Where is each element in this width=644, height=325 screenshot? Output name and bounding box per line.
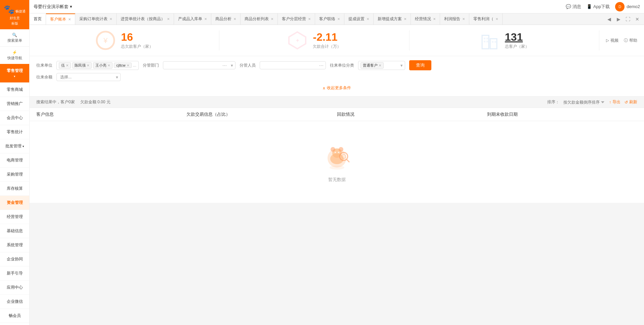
tag-remove-1[interactable]: ✕	[66, 64, 69, 67]
query-button[interactable]: 查询	[409, 60, 431, 70]
tab-fullscreen-btn[interactable]: ⛶	[624, 15, 632, 23]
person-filter-dots[interactable]: ⋯	[317, 63, 326, 68]
sidebar-item-app-center[interactable]: 应用中心	[0, 281, 29, 295]
tab-close-icon[interactable]: ✕	[433, 17, 436, 21]
tab-close-icon[interactable]: ✕	[233, 17, 236, 21]
empty-state: 暂无数据	[30, 121, 644, 203]
svg-point-13	[330, 166, 344, 170]
svg-rect-5	[490, 39, 497, 49]
tab-label: 提成设置	[348, 16, 364, 22]
message-btn[interactable]: 💬 消息	[566, 4, 581, 10]
tab-close-icon[interactable]: ✕	[337, 17, 340, 21]
tag-remove-4[interactable]: ✕	[127, 64, 129, 67]
sort-select[interactable]: 按欠款金额倒序排序	[563, 100, 605, 105]
sidebar-item-newcomer[interactable]: 新手引导	[0, 266, 29, 281]
person-input[interactable]	[260, 62, 317, 69]
dept-dropdown-icon[interactable]: ▾	[229, 63, 235, 68]
chevron-up-icon: ∧	[323, 86, 326, 91]
app-download-btn[interactable]: 📱 App下载	[587, 4, 610, 10]
tab-import-stats-product[interactable]: 进货单统计表（按商品） ✕	[117, 13, 174, 25]
sidebar-item-wholesale[interactable]: 批发管理▾	[0, 139, 29, 153]
filter-row-1: 往来单位 伍 ✕ 陈民强 ✕ 王小亮 ✕ cjttcw	[36, 60, 637, 70]
tab-retail-profit[interactable]: 零售利润（ ✕	[469, 13, 503, 25]
dept-filter-input[interactable]: ⋯ ▾	[163, 61, 235, 69]
sidebar-item-zero-retail[interactable]: 零售管理 ▾	[0, 64, 29, 83]
tab-tips-settings[interactable]: 提成设置 ✕	[344, 13, 374, 25]
tab-next-btn[interactable]: ▶	[614, 15, 622, 23]
sidebar-item-system[interactable]: 系统管理	[0, 238, 29, 252]
tab-close-icon[interactable]: ✕	[110, 17, 112, 21]
sidebar-search[interactable]: 🔍 搜索菜单	[0, 29, 29, 47]
total-customers2-value: 131	[505, 32, 529, 42]
account-name: 母婴行业演示帐套	[34, 4, 69, 10]
unit-class-tag-remove[interactable]: ✕	[379, 64, 381, 67]
dept-filter-dots[interactable]: ⋯	[220, 63, 229, 68]
tab-close-icon[interactable]: ✕	[204, 17, 207, 21]
tab-close-icon[interactable]: ✕	[496, 17, 498, 21]
collapse-filters-btn[interactable]: ∧ 收起更多条件	[318, 84, 355, 92]
results-info: 搜索结果中，客户0家 欠款金额 0.00 元	[36, 99, 111, 105]
filter-more-tags[interactable]: ...	[133, 63, 136, 68]
person-filter-input[interactable]: ⋯	[260, 61, 326, 69]
app-logo[interactable]: 🐾 畅捷通好生意标版	[0, 0, 29, 29]
tab-goods-analysis-list[interactable]: 商品分析列表 ✕	[241, 13, 278, 25]
sidebar-item-retail-mall[interactable]: 零售商城	[0, 83, 29, 97]
tag-remove-2[interactable]: ✕	[87, 64, 89, 67]
export-btn[interactable]: ↑ 导出	[609, 99, 620, 105]
tab-close-icon[interactable]: ✕	[167, 17, 170, 21]
sidebar-item-enterprise-collab[interactable]: 企业协同	[0, 252, 29, 266]
sidebar-item-vip[interactable]: 畅会员	[0, 309, 29, 323]
sidebar-item-member[interactable]: 会员中心	[0, 111, 29, 125]
tab-close-icon[interactable]: ✕	[367, 17, 369, 21]
tab-close-icon[interactable]: ✕	[462, 17, 465, 21]
tab-close-icon[interactable]: ✕	[308, 17, 311, 21]
stat-total-customers2: 131 总客户（家）	[410, 30, 599, 50]
tab-new-tips-plan[interactable]: 新增提成方案 ✕	[374, 13, 411, 25]
balance-dropdown-icon[interactable]: ▾	[114, 75, 120, 80]
collapse-label: 收起更多条件	[327, 85, 351, 91]
tab-product-cost-entry[interactable]: 产成品入库单 ✕	[174, 13, 211, 25]
sidebar-item-procurement[interactable]: 采购管理	[0, 168, 29, 182]
sidebar-item-wechat[interactable]: 企业微信	[0, 295, 29, 309]
refresh-btn[interactable]: ↺ 刷新	[625, 99, 637, 105]
topbar: 母婴行业演示帐套 ▾ 💬 消息 📱 App下载 D demo2	[30, 0, 644, 13]
sidebar-quicknav[interactable]: ⚡ 快捷导航	[0, 47, 29, 64]
stats-bar-actions: ▷ 视频 ⓘ 帮助	[599, 38, 644, 43]
help-icon: ⓘ	[624, 38, 628, 43]
tab-home[interactable]: 首页	[30, 13, 46, 25]
svg-point-19	[338, 152, 339, 153]
tab-prev-btn[interactable]: ◀	[605, 15, 613, 23]
balance-filter-input[interactable]: ▾	[56, 73, 121, 81]
tab-close-icon[interactable]: ✕	[404, 17, 406, 21]
sidebar-item-ecommerce[interactable]: 电商管理	[0, 153, 29, 168]
account-selector[interactable]: 母婴行业演示帐套 ▾	[34, 4, 72, 10]
sidebar-item-retail-stats[interactable]: 零售统计	[0, 125, 29, 139]
sidebar-item-basic-info[interactable]: 基础信息	[0, 224, 29, 238]
tab-close-icon[interactable]: ✕	[68, 17, 71, 21]
tab-profit-report[interactable]: 利润报告 ✕	[440, 13, 469, 25]
tab-label: 零售利润（	[473, 16, 493, 22]
sidebar-item-inventory[interactable]: 库存核算	[0, 182, 29, 196]
user-menu[interactable]: D demo2	[615, 2, 640, 11]
unit-class-filter[interactable]: 普通客户 ✕ ▾	[358, 61, 405, 70]
tag-remove-3[interactable]: ✕	[108, 64, 110, 67]
balance-input[interactable]	[57, 73, 114, 81]
tab-customer-contact[interactable]: 客户联络 ✕	[315, 13, 344, 25]
help-link[interactable]: ⓘ 帮助	[624, 38, 637, 43]
tab-purchase-order-stats[interactable]: 采购订单统计表 ✕	[75, 13, 117, 25]
tab-close-all-btn[interactable]: ✕	[633, 15, 641, 23]
tab-operations-report[interactable]: 经营情况 ✕	[411, 13, 440, 25]
sidebar-item-marketing[interactable]: 营销推广	[0, 97, 29, 111]
tab-customer-debt[interactable]: 客户账本 ✕	[46, 13, 75, 25]
video-link[interactable]: ▷ 视频	[606, 38, 618, 43]
tab-label: 进货单统计表（按商品）	[121, 16, 165, 22]
dept-input[interactable]	[163, 62, 220, 69]
unit-class-dropdown-icon[interactable]: ▾	[400, 63, 403, 68]
sidebar-item-operations[interactable]: 经营管理	[0, 210, 29, 224]
tab-customer-segment[interactable]: 客户分层经营 ✕	[278, 13, 315, 25]
sidebar-item-finance[interactable]: 资金管理	[0, 196, 29, 210]
unit-filter-tags[interactable]: 伍 ✕ 陈民强 ✕ 王小亮 ✕ cjttcw ✕ ...	[56, 61, 139, 70]
tab-goods-analysis[interactable]: 商品分析 ✕	[211, 13, 241, 25]
tab-close-icon[interactable]: ✕	[271, 17, 273, 21]
tag-text: 伍	[61, 63, 65, 68]
